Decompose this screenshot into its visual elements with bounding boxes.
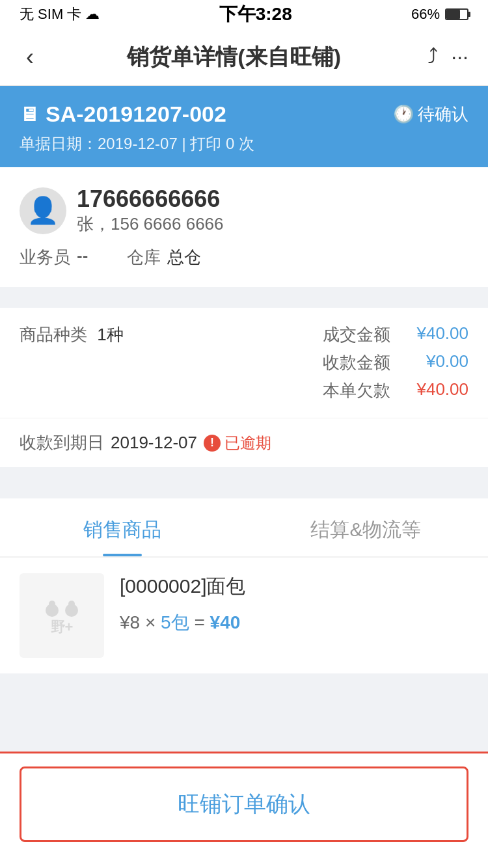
salesperson-label: 业务员: [20, 246, 70, 269]
svg-point-3: [68, 601, 75, 607]
customer-name: 张，156 6666 6666: [77, 213, 224, 236]
status-bar: 无 SIM 卡 ☁ 下午3:28 66%: [0, 0, 488, 29]
order-status: 🕐 待确认: [393, 103, 468, 126]
status-right: 66%: [411, 6, 468, 23]
owed-label: 本单欠款: [323, 379, 390, 402]
status-battery-percent: 66%: [411, 6, 440, 23]
customer-section: 👤 17666666666 张，156 6666 6666 业务员 -- 仓库 …: [0, 167, 488, 287]
transaction-label: 成交金额: [323, 323, 390, 346]
multiply-sign: ×: [145, 612, 161, 632]
order-date: 单据日期：2019-12-07 | 打印 0 次: [20, 133, 468, 154]
customer-meta: 业务员 -- 仓库 总仓: [20, 243, 468, 269]
avatar: 👤: [20, 187, 66, 234]
page-title: 销货单详情(来自旺铺): [127, 42, 341, 72]
received-value: ¥0.00: [403, 351, 468, 374]
tabs-section: 销售商品 结算&物流等: [0, 498, 488, 558]
overdue-icon: !: [204, 435, 221, 452]
warehouse-value: 总仓: [167, 246, 201, 269]
svg-point-2: [49, 601, 55, 607]
svg-text:野+: 野+: [51, 619, 74, 635]
overdue-badge: ! 已逾期: [204, 433, 271, 454]
tab-settlement[interactable]: 结算&物流等: [244, 498, 488, 556]
due-date: 2019-12-07: [111, 433, 197, 453]
overdue-text: 已逾期: [224, 433, 271, 454]
summary-section: 商品种类 1种 成交金额 ¥40.00 收款金额 ¥0.00 本单欠款 ¥40.…: [0, 308, 488, 418]
owed-value: ¥40.00: [403, 379, 468, 402]
product-type-label: 商品种类: [20, 325, 87, 344]
due-label: 收款到期日: [20, 431, 104, 454]
product-section: 野+ [0000002]面包 ¥8 × 5包 = ¥40: [0, 558, 488, 673]
customer-phone: 17666666666: [77, 185, 224, 213]
more-icon[interactable]: ···: [451, 45, 468, 69]
salesperson-value: --: [77, 246, 88, 269]
equals-sign: =: [194, 612, 210, 632]
summary-right: 成交金额 ¥40.00 收款金额 ¥0.00 本单欠款 ¥40.00: [323, 323, 468, 402]
nav-bar: ‹ 销货单详情(来自旺铺) ⤴ ···: [0, 29, 488, 86]
quantity: 5包: [161, 612, 189, 632]
transaction-value: ¥40.00: [403, 323, 468, 346]
tab-sales-products[interactable]: 销售商品: [0, 498, 244, 556]
warehouse-label: 仓库: [127, 246, 161, 269]
avatar-icon: 👤: [27, 195, 59, 226]
order-header: 🖥 SA-20191207-002 🕐 待确认 单据日期：2019-12-07 …: [0, 86, 488, 167]
clock-icon: 🕐: [393, 104, 414, 124]
order-status-text: 待确认: [418, 103, 468, 126]
product-info: [0000002]面包 ¥8 × 5包 = ¥40: [120, 573, 468, 635]
confirm-button[interactable]: 旺铺订单确认: [20, 766, 468, 842]
received-label: 收款金额: [323, 351, 390, 374]
product-image: 野+: [20, 573, 104, 658]
order-icon: 🖥: [20, 103, 39, 126]
product-name: [0000002]面包: [120, 573, 468, 600]
product-price: ¥8 × 5包 = ¥40: [120, 610, 468, 635]
price-value: ¥8: [120, 612, 140, 632]
confirm-button-wrap: 旺铺订单确认: [0, 752, 488, 868]
product-type-value: 1种: [97, 325, 123, 344]
share-icon[interactable]: ⤴: [427, 45, 438, 69]
order-id-text: SA-20191207-002: [46, 102, 226, 127]
due-section: 收款到期日 2019-12-07 ! 已逾期: [0, 418, 488, 467]
nav-actions: ⤴ ···: [427, 45, 468, 69]
status-time: 下午3:28: [219, 2, 292, 27]
total-value: ¥40: [210, 612, 241, 632]
status-signal: 无 SIM 卡 ☁: [20, 5, 100, 24]
battery-icon: [445, 8, 468, 20]
back-button[interactable]: ‹: [20, 37, 40, 77]
